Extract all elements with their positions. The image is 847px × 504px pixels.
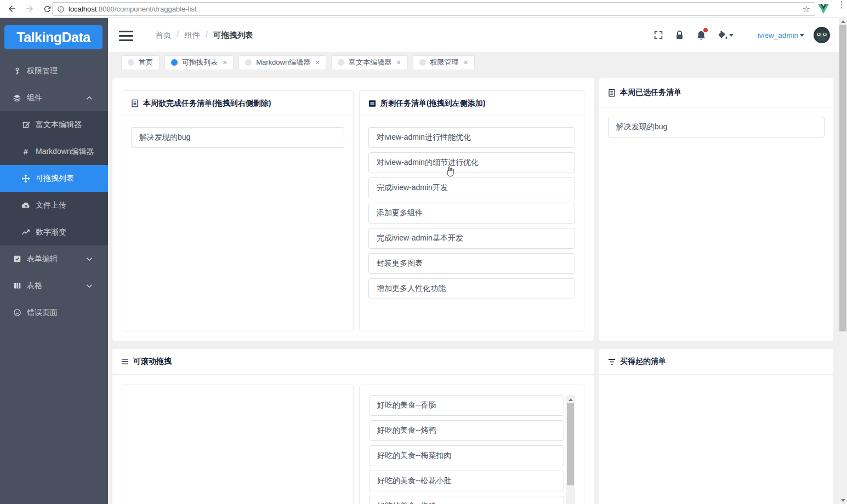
remaining-task-list: 对iview-admin进行性能优化对iview-admin的细节进行优化完成i… xyxy=(360,116,584,299)
chevron-down-icon xyxy=(86,257,93,261)
tab-label: 可拖拽列表 xyxy=(182,58,218,67)
list-item-label: 解决发现的bug xyxy=(616,122,667,132)
page-info-icon[interactable] xyxy=(57,5,65,13)
list-item[interactable]: 解决发现的bug xyxy=(131,127,344,148)
sidebar-item-form-edit[interactable]: 表单编辑 xyxy=(0,245,108,272)
list-item[interactable]: 好吃的美食--松花小肚 xyxy=(369,471,564,491)
scroll-up-icon[interactable] xyxy=(841,20,845,23)
list-item[interactable]: 好吃的美食--梅菜扣肉 xyxy=(369,445,564,466)
tab-draggable-list[interactable]: 可拖拽列表 × xyxy=(164,55,234,70)
card-remaining-tasks-header: 所剩任务清单(拖拽到左侧添加) xyxy=(360,91,584,116)
sidebar: TalkingData 权限管理 组件 富文本编辑器 xyxy=(0,18,108,504)
tab-markdown-editor[interactable]: Markdown编辑器 × xyxy=(238,55,326,70)
list-item[interactable]: 好吃的美食--烤鸭 xyxy=(369,420,564,441)
sidebar-item-label: 表格 xyxy=(27,281,42,291)
sidebar-menu: 权限管理 组件 富文本编辑器 # Markdown编辑器 xyxy=(0,58,108,326)
selected-task-list: 解决发现的bug xyxy=(599,107,833,138)
scroll-down-icon[interactable] xyxy=(841,499,845,502)
inner-scrollbar-thumb[interactable] xyxy=(567,403,574,485)
notifications-bell-icon[interactable] xyxy=(695,29,707,41)
tab-dot xyxy=(245,59,252,66)
scroll-drop-target-box[interactable] xyxy=(122,385,354,504)
sidebar-item-label: 权限管理 xyxy=(27,66,58,76)
list-item[interactable]: 增加更多人性化功能 xyxy=(368,278,575,299)
inner-scrollbar[interactable] xyxy=(566,395,575,504)
sidebar-item-label: Markdown编辑器 xyxy=(36,147,94,157)
tab-close-icon[interactable]: × xyxy=(464,59,468,66)
compose-icon xyxy=(21,121,31,129)
lock-icon[interactable] xyxy=(674,29,686,41)
affordable-list[interactable] xyxy=(599,375,833,384)
sidebar-item-number-gradient[interactable]: 数字渐变 xyxy=(0,219,108,245)
sidebar-toggle-icon[interactable] xyxy=(119,31,133,44)
checkbox-icon xyxy=(12,255,22,263)
url-text: localhost:8080/component/draggable-list xyxy=(69,5,803,13)
tab-home[interactable]: 首页 xyxy=(121,55,160,70)
address-bar[interactable]: localhost:8080/component/draggable-list … xyxy=(52,2,815,16)
breadcrumb-separator: / xyxy=(206,30,208,41)
breadcrumb-components[interactable]: 组件 xyxy=(184,30,200,41)
sidebar-item-label: 组件 xyxy=(27,93,42,103)
browser-menu-icon[interactable]: ⋮ xyxy=(837,3,844,7)
tab-permissions[interactable]: 权限管理 × xyxy=(413,55,475,70)
vue-devtools-icon[interactable] xyxy=(818,4,829,14)
sidebar-item-label: 富文本编辑器 xyxy=(36,120,82,130)
sidebar-item-label: 文件上传 xyxy=(36,201,66,210)
tab-label: Markdown编辑器 xyxy=(256,58,310,67)
sidebar-item-tables[interactable]: 表格 xyxy=(0,272,108,299)
tab-close-icon[interactable]: × xyxy=(223,59,227,66)
sidebar-item-components[interactable]: 组件 xyxy=(0,84,108,111)
browser-refresh-icon[interactable] xyxy=(42,3,53,14)
list-item[interactable]: 对iview-admin进行性能优化 xyxy=(368,127,575,148)
user-menu[interactable]: iview_admin xyxy=(758,31,804,39)
scroll-up-icon[interactable] xyxy=(569,398,573,401)
weekly-task-list: 解决发现的bug xyxy=(122,116,353,148)
browser-back-icon[interactable] xyxy=(7,3,18,14)
tab-close-icon[interactable]: × xyxy=(396,59,401,66)
list-item[interactable]: 封装更多图表 xyxy=(368,253,575,274)
sidebar-item-richtext-editor[interactable]: 富文本编辑器 xyxy=(0,111,108,138)
list-item[interactable]: 完成iview-admin开发 xyxy=(368,177,575,198)
card-remaining-tasks: 所剩任务清单(拖拽到左侧添加) 对iview-admin进行性能优化对iview… xyxy=(359,90,584,331)
tab-dot xyxy=(171,59,178,66)
list-item[interactable]: 好吃的美食--烧鸡 xyxy=(369,496,564,504)
app-logo[interactable]: TalkingData xyxy=(4,25,103,49)
card-scrollable-drag: 可滚动拖拽 好吃的美食--香肠好吃的美食--烤鸭好吃的美食--梅菜扣肉好吃的美食… xyxy=(112,349,594,504)
avatar[interactable] xyxy=(814,27,830,43)
chevron-up-icon xyxy=(86,96,93,100)
list-item[interactable]: 好吃的美食--香肠 xyxy=(369,395,564,416)
sidebar-item-markdown-editor[interactable]: # Markdown编辑器 xyxy=(0,138,108,165)
page-scrollbar[interactable] xyxy=(839,18,847,504)
list-item-label: 对iview-admin的细节进行优化 xyxy=(377,158,479,168)
breadcrumb-current: 可拖拽列表 xyxy=(213,30,253,41)
tab-richtext-editor[interactable]: 富文本编辑器 × xyxy=(331,55,407,70)
card-selected-tasks-header: 本周已选任务清单 xyxy=(599,78,833,107)
caret-down-icon xyxy=(729,34,734,37)
fullscreen-icon[interactable] xyxy=(652,29,664,41)
sidebar-item-permissions[interactable]: 权限管理 xyxy=(0,58,108,84)
card-title: 可滚动拖拽 xyxy=(133,357,172,366)
list-item-label: 对iview-admin进行性能优化 xyxy=(377,133,471,142)
breadcrumb-home[interactable]: 首页 xyxy=(155,30,171,41)
list-item-label: 好吃的美食--梅菜扣肉 xyxy=(377,451,451,461)
card-task-lists: 本周欲完成任务清单(拖拽到右侧删除) 解决发现的bug 所剩任务清单(拖拽到左侧… xyxy=(112,78,594,341)
list-item[interactable]: 解决发现的bug xyxy=(608,117,825,138)
list-item-label: 封装更多图表 xyxy=(377,259,423,268)
paper-list-icon xyxy=(608,89,616,97)
sidebar-item-file-upload[interactable]: 文件上传 xyxy=(0,192,108,219)
sidebar-item-error-pages[interactable]: 错误页面 xyxy=(0,299,108,326)
list-item[interactable]: 完成iview-admin基本开发 xyxy=(368,228,575,249)
tab-dot xyxy=(128,59,134,66)
list-item[interactable]: 对iview-admin的细节进行优化 xyxy=(368,152,575,173)
cloud-upload-icon xyxy=(21,201,31,209)
tab-dot xyxy=(419,59,426,66)
list-item-label: 好吃的美食--松花小肚 xyxy=(377,476,451,486)
theme-switch-icon[interactable] xyxy=(717,29,734,41)
sidebar-item-label: 错误页面 xyxy=(27,308,58,318)
bookmark-star-icon[interactable]: ☆ xyxy=(803,5,810,14)
card-scrollable-drag-header: 可滚动拖拽 xyxy=(112,349,594,375)
sidebar-item-draggable-list[interactable]: 可拖拽列表 xyxy=(0,165,108,192)
tab-close-icon[interactable]: × xyxy=(315,59,320,66)
page-scrollbar-thumb[interactable] xyxy=(839,25,846,331)
list-item[interactable]: 添加更多组件 xyxy=(368,203,575,224)
